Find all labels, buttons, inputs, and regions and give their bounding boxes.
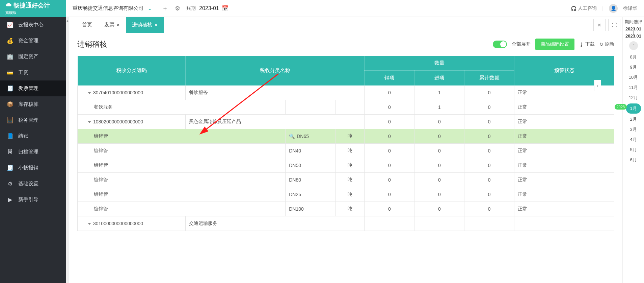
cell-name: 镀锌管 [78, 202, 286, 216]
sidebar-item-archive[interactable]: 🗄归档管理 [0, 144, 66, 160]
cell-status: 正常 [514, 129, 614, 144]
table-row[interactable]: 3010000000000000000交通运输服务 [78, 216, 614, 231]
th-sum: 累计数额 [464, 71, 514, 86]
tab-invoice[interactable]: 发票✕ [98, 17, 126, 33]
sidebar-item-expense[interactable]: 🧾小畅报销 [0, 160, 66, 176]
table-row[interactable]: 镀锌管DN50吨000正常 [78, 158, 614, 173]
cell-status: 正常 [514, 115, 614, 129]
avatar[interactable]: 👤 [609, 4, 618, 13]
cell-spec: DN50 [286, 158, 336, 173]
top-header: 畅捷通好会计 旗舰版 重庆畅捷交通信息咨询有限公司 ⌄ ＋ ⚙ 账期 2023-… [0, 0, 644, 17]
scroll-up-icon[interactable]: ⌃ [629, 41, 638, 50]
expand-icon[interactable] [88, 92, 91, 94]
cell-name: 餐饮服务 [78, 100, 286, 115]
cell-spec: 🔍DN65 [286, 129, 336, 144]
period-month[interactable]: 6月 [626, 155, 641, 165]
cell-status [514, 216, 614, 231]
table-row[interactable]: 镀锌管DN100吨000正常 [78, 202, 614, 216]
expand-all-toggle[interactable] [493, 41, 507, 48]
stock-icon: 📦 [7, 101, 14, 108]
expand-icon[interactable] [88, 121, 91, 123]
cell-in: 0 [414, 173, 464, 187]
cell-spec [286, 100, 336, 115]
cell-name: 镀锌管 [78, 173, 286, 187]
download-link[interactable]: ⭳下载 [579, 41, 595, 47]
period-drawer-toggle[interactable]: › [594, 80, 601, 91]
sidebar-item-report-center[interactable]: 📈云报表中心 [0, 17, 66, 33]
table-row[interactable]: 1080200000000000000黑色金属冶炼及压延产品000正常 [78, 115, 614, 129]
cell-name: 镀锌管 [78, 158, 286, 173]
period-panel: 期间选择 2023.01 | 2023.01 ⌃ 8月9月10月11月12月1月… [622, 17, 644, 283]
cell-status: 正常 [514, 144, 614, 158]
fullscreen-icon[interactable]: ⛶ [608, 19, 620, 31]
period-month[interactable]: 12月 [626, 93, 641, 103]
cell-sum: 0 [464, 187, 514, 202]
support-link[interactable]: 🎧 人工咨询 [571, 5, 597, 11]
period-month[interactable]: 11月 [626, 82, 641, 93]
period-month[interactable]: 9月 [626, 62, 641, 72]
period-month[interactable]: 3月 [626, 124, 641, 135]
cell-out [365, 216, 414, 231]
close-icon[interactable]: ✕ [154, 23, 158, 27]
company-name: 重庆畅捷交通信息咨询有限公司 [73, 5, 143, 11]
period-month[interactable]: 1月2023 [626, 103, 641, 114]
sidebar-item-salary[interactable]: 💳工资 [0, 65, 66, 80]
table-row[interactable]: 3070401000000000000餐饮服务010正常 [78, 86, 614, 100]
year-badge: 2023 [615, 104, 627, 110]
th-qty-group: 数量 [365, 56, 514, 71]
period-month[interactable]: 4月 [626, 135, 641, 145]
table-row[interactable]: 镀锌管DN40吨000正常 [78, 144, 614, 158]
cell-out: 0 [365, 187, 414, 202]
add-icon[interactable]: ＋ [162, 4, 168, 13]
cell-in: 0 [414, 144, 464, 158]
settings-icon: ⚙ [7, 181, 14, 187]
close-icon[interactable]: ✕ [116, 23, 120, 27]
sidebar-item-guide[interactable]: ▶新手引导 [0, 192, 66, 208]
sidebar-item-inventory[interactable]: 📦库存核算 [0, 96, 66, 112]
product-code-setting-button[interactable]: 商品编码设置 [535, 39, 574, 50]
close-all-tabs[interactable]: ✕ [593, 19, 606, 31]
period-month[interactable]: 5月 [626, 145, 641, 155]
tab-home[interactable]: 首页 [76, 17, 98, 33]
guide-icon: ▶ [7, 196, 14, 203]
sidebar-item-invoice[interactable]: 🧾发票管理 [0, 80, 66, 96]
period-month[interactable]: 8月 [626, 52, 641, 62]
calendar-icon[interactable]: 📅 [222, 5, 229, 11]
cell-in: 0 [414, 129, 464, 144]
tab-label: 首页 [82, 22, 92, 28]
tab-label: 进销稽核 [132, 22, 152, 28]
cell-sum: 0 [464, 100, 514, 115]
table-row[interactable]: 餐饮服务010正常 [78, 100, 614, 115]
sidebar-item-fund[interactable]: 💰资金管理 [0, 33, 66, 49]
table-row[interactable]: 镀锌管🔍DN65吨000正常 [78, 129, 614, 144]
cell-unit: 吨 [336, 144, 365, 158]
period-label: 账期 [186, 5, 196, 11]
sidebar-item-close[interactable]: 📘结账 [0, 128, 66, 144]
cell-code: 3010000000000000000 [78, 216, 186, 231]
cell-unit: 吨 [336, 187, 365, 202]
sidebar-item-label: 新手引导 [18, 196, 38, 203]
tab-audit[interactable]: 进销稽核✕ [126, 17, 164, 33]
table-row[interactable]: 镀锌管DN80吨000正常 [78, 173, 614, 187]
cell-name: 镀锌管 [78, 129, 286, 144]
cell-in: 0 [414, 158, 464, 173]
sidebar-item-label: 基础设置 [18, 181, 38, 187]
chevron-down-icon: ⌄ [147, 5, 152, 11]
refresh-link[interactable]: ↻刷新 [599, 41, 614, 47]
tax-icon: 🧮 [7, 117, 14, 123]
company-selector[interactable]: 重庆畅捷交通信息咨询有限公司 ⌄ [66, 5, 159, 11]
sidebar-scroll-up[interactable]: ▲ [66, 17, 69, 283]
gear-icon[interactable]: ⚙ [175, 5, 180, 12]
sidebar-item-fixed-asset[interactable]: 🏢固定资产 [0, 49, 66, 65]
expand-all-label: 全部展开 [512, 41, 531, 47]
period-month[interactable]: 10月 [626, 72, 641, 82]
period-month[interactable]: 2月 [626, 114, 641, 124]
table-row[interactable]: 镀锌管DN25吨000正常 [78, 187, 614, 202]
expand-icon[interactable] [88, 223, 91, 225]
search-icon[interactable]: 🔍 [289, 134, 295, 139]
cell-name: 镀锌管 [78, 144, 286, 158]
sidebar-item-settings[interactable]: ⚙基础设置 [0, 176, 66, 192]
sidebar-item-tax[interactable]: 🧮税务管理 [0, 112, 66, 128]
sidebar-item-label: 结账 [18, 133, 28, 139]
cell-unit: 吨 [336, 129, 365, 144]
